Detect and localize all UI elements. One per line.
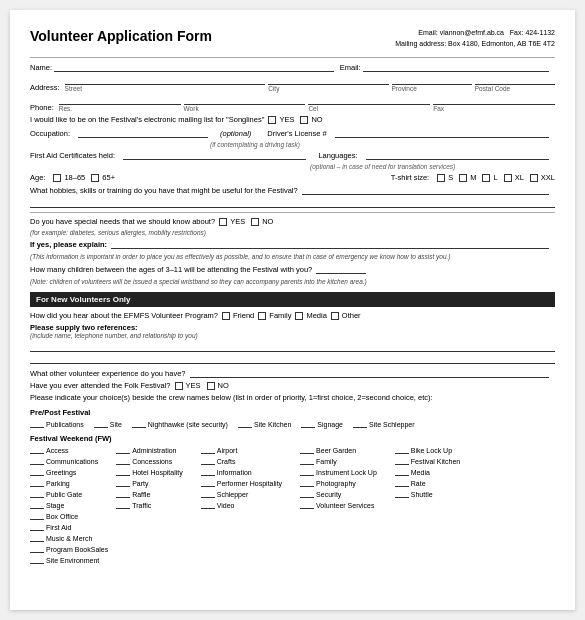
- yes-checkbox[interactable]: [268, 116, 276, 124]
- mailing-question: I would like to be on the Festival's ele…: [30, 115, 264, 124]
- tshirt-l-label: L: [493, 173, 497, 182]
- references-label: Please supply two references:: [30, 323, 138, 332]
- media-checkbox[interactable]: [295, 312, 303, 320]
- media-cb-group: Media: [295, 311, 326, 320]
- age-65plus-label: 65+: [102, 173, 115, 182]
- postal-field: Postal Code: [475, 75, 555, 92]
- special-needs-row: Do you have special needs that we should…: [30, 217, 555, 226]
- special-needs-label: Do you have special needs that we should…: [30, 217, 215, 226]
- folk-yes-checkbox[interactable]: [175, 382, 183, 390]
- crew-label-site: Site: [110, 421, 122, 428]
- tshirt-xxl-checkbox[interactable]: [530, 174, 538, 182]
- tshirt-s-checkbox[interactable]: [437, 174, 445, 182]
- work-sublabel: Work: [184, 105, 306, 112]
- drivers-line: [335, 128, 549, 138]
- special-needs-note: (for example: diabetes, serious allergie…: [30, 229, 555, 236]
- fw-crafts: Crafts: [201, 456, 282, 465]
- header-fax: Fax: 424-1132: [510, 29, 555, 36]
- occupation-line: [78, 128, 208, 138]
- heard-row: How did you hear about the EFMFS Volunte…: [30, 311, 555, 320]
- fw-information: Information: [201, 467, 282, 476]
- age-1865-group: 18–65: [53, 173, 85, 182]
- fw-schlepper: Schlepper: [201, 489, 282, 498]
- fw-stage: Stage: [30, 500, 98, 509]
- fw-party: Party: [116, 478, 183, 487]
- no-checkbox[interactable]: [300, 116, 308, 124]
- crew-label-nighthawke: Nighthawke (site security): [148, 421, 228, 428]
- fw-media: Media: [395, 467, 460, 476]
- fw-volunteer-svc: Volunteer Services: [300, 500, 377, 509]
- ifyes-label: If yes, please explain:: [30, 240, 107, 249]
- fw-program-books: Program BookSales: [30, 544, 108, 553]
- fw-security: Security: [300, 489, 377, 498]
- references-note: (include name, telephone number, and rel…: [30, 332, 198, 339]
- work-line: [184, 95, 306, 105]
- friend-label: Friend: [233, 311, 254, 320]
- folk-no-label: NO: [218, 381, 229, 390]
- tshirt-m-group: M: [459, 173, 476, 182]
- fw-col1: Access Communications Greetings Parking …: [30, 445, 108, 511]
- header-email: Email: vlannon@efmf.ab.ca: [418, 29, 504, 36]
- name-line: [54, 62, 334, 72]
- fw-parking: Parking: [30, 478, 98, 487]
- special-no-checkbox[interactable]: [251, 218, 259, 226]
- family-cb-group: Family: [258, 311, 291, 320]
- firstaid-row: First Aid Certificates held: Languages:: [30, 150, 555, 160]
- age-65plus-checkbox[interactable]: [91, 174, 99, 182]
- media-label: Media: [306, 311, 326, 320]
- yes-checkbox-group: YES: [268, 115, 294, 124]
- header-contact: Email: vlannon@efmf.ab.ca Fax: 424-1132 …: [395, 28, 555, 49]
- city-line: [268, 75, 388, 85]
- folk-no-checkbox[interactable]: [207, 382, 215, 390]
- fw-festival-kitchen: Festival Kitchen: [395, 456, 460, 465]
- special-yes-checkbox[interactable]: [219, 218, 227, 226]
- crew-site: Site: [94, 419, 122, 428]
- drivers-note: (if contemplating a driving task): [210, 141, 300, 148]
- tshirt-m-checkbox[interactable]: [459, 174, 467, 182]
- folk-yes-group: YES: [175, 381, 201, 390]
- fw-concessions: Concessions: [116, 456, 183, 465]
- ifyes-line: [111, 239, 549, 249]
- fax-field: Fax: [433, 95, 555, 112]
- languages-note: (optional – in case of need for translat…: [310, 163, 455, 170]
- tshirt-s-group: S: [437, 173, 453, 182]
- no-label: NO: [311, 115, 322, 124]
- fw-admin: Administration: [116, 445, 183, 454]
- other-label: Other: [342, 311, 361, 320]
- family-label: Family: [269, 311, 291, 320]
- age-1865-checkbox[interactable]: [53, 174, 61, 182]
- province-line: [392, 75, 472, 85]
- crew-line-site-schlepper: [353, 419, 367, 428]
- occupation-label: Occupation:: [30, 129, 70, 138]
- fw-col5: Bike Lock Up Festival Kitchen Media Rate…: [395, 445, 470, 511]
- occupation-row: Occupation: (optional) Driver's License …: [30, 128, 555, 138]
- fw-site-environment: Site Environment: [30, 555, 108, 564]
- pre-post-heading: Pre/Post Festival: [30, 408, 555, 417]
- friend-checkbox[interactable]: [222, 312, 230, 320]
- family-checkbox[interactable]: [258, 312, 266, 320]
- fw-access: Access: [30, 445, 98, 454]
- city-field: City: [268, 75, 388, 92]
- tshirt-l-checkbox[interactable]: [482, 174, 490, 182]
- children-note: (Note: children of volunteers will be is…: [30, 277, 555, 286]
- occupation-note: (optional): [220, 129, 251, 138]
- crew-line-signage: [301, 419, 315, 428]
- form-title: Volunteer Application Form: [30, 28, 212, 44]
- age-65plus-group: 65+: [91, 173, 115, 182]
- postal-line: [475, 75, 555, 85]
- folk-festival-label: Have you ever attended the Folk Festival…: [30, 381, 171, 390]
- other-checkbox[interactable]: [331, 312, 339, 320]
- references-row: Please supply two references: (include n…: [30, 323, 555, 339]
- phone-row: Phone: Res. Work Cel Fax: [30, 95, 555, 112]
- tshirt-xl-checkbox[interactable]: [504, 174, 512, 182]
- email-line: [363, 62, 549, 72]
- crew-line-site: [94, 419, 108, 428]
- header: Volunteer Application Form Email: vlanno…: [30, 28, 555, 49]
- email-label: Email:: [340, 63, 361, 72]
- other-cb-group: Other: [331, 311, 361, 320]
- fw-col3: Airport Crafts Information Performer Hos…: [201, 445, 292, 511]
- crew-signage: Signage: [301, 419, 343, 428]
- crew-label-site-schlepper: Site Schlepper: [369, 421, 415, 428]
- tshirt-xl-group: XL: [504, 173, 524, 182]
- tshirt-s-label: S: [448, 173, 453, 182]
